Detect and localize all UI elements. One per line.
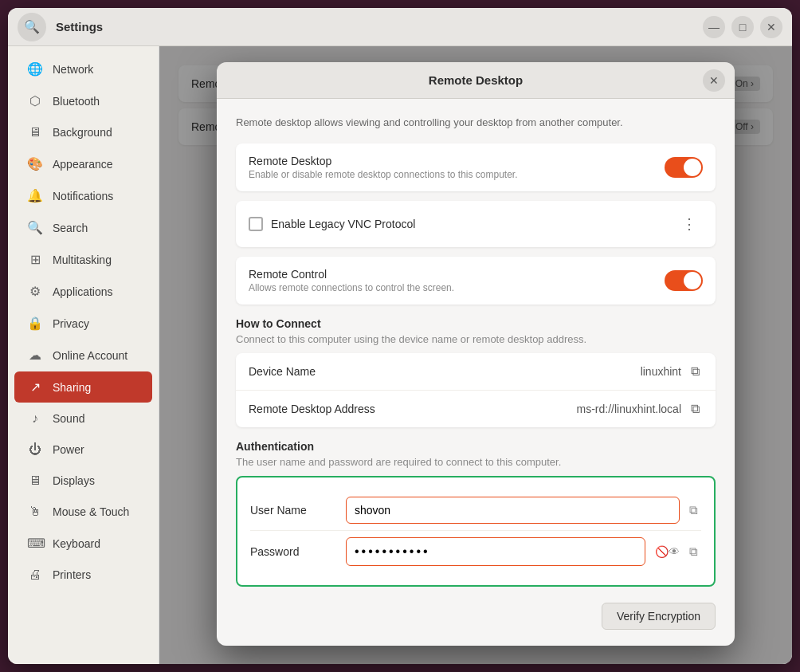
main-panel: Remote Desktop On › Remote Login Off › R…: [159, 46, 792, 664]
remote-control-sublabel: Allows remote connections to control the…: [249, 282, 665, 293]
remote-desktop-label-group: Remote Desktop Enable or disable remote …: [249, 155, 665, 180]
sidebar-item-mouse-touch[interactable]: 🖱 Mouse & Touch: [14, 497, 152, 527]
sidebar-item-appearance[interactable]: 🎨 Appearance: [14, 148, 152, 179]
sidebar-item-label: Displays: [53, 474, 95, 487]
search-icon: 🔍: [24, 19, 40, 34]
sidebar-item-notifications[interactable]: 🔔 Notifications: [14, 180, 152, 211]
sidebar-item-label: Appearance: [53, 158, 113, 171]
sound-icon: ♪: [27, 411, 43, 426]
sidebar-item-label: Privacy: [53, 317, 89, 330]
sidebar-item-label: Network: [53, 63, 93, 76]
minimize-button[interactable]: —: [703, 16, 725, 38]
remote-control-label: Remote Control: [249, 268, 665, 281]
remote-address-value: ms-rd://linuxhint.local: [577, 403, 682, 415]
authentication-desc: The user name and password are required …: [236, 456, 716, 468]
copy-password-button[interactable]: ⧉: [686, 541, 701, 562]
sidebar-item-search[interactable]: 🔍 Search: [14, 212, 152, 243]
how-to-connect-desc: Connect to this computer using the devic…: [236, 333, 716, 345]
modal-header: Remote Desktop ✕: [217, 62, 735, 99]
sidebar-item-privacy[interactable]: 🔒 Privacy: [14, 308, 152, 339]
remote-desktop-card: Remote Desktop Enable or disable remote …: [236, 143, 716, 191]
close-icon: ✕: [709, 74, 719, 87]
close-app-icon: ✕: [767, 21, 776, 33]
sidebar-item-printers[interactable]: 🖨 Printers: [14, 560, 152, 590]
close-app-button[interactable]: ✕: [760, 16, 782, 38]
vnc-label: Enable Legacy VNC Protocol: [271, 218, 415, 230]
mouse-icon: 🖱: [27, 505, 43, 519]
modal-title: Remote Desktop: [429, 73, 523, 87]
password-row: Password 🚫👁 ⧉: [250, 531, 701, 572]
device-name-key: Device Name: [249, 365, 641, 378]
sidebar-item-label: Online Account: [53, 349, 127, 362]
printers-icon: 🖨: [27, 568, 43, 582]
sidebar-item-background[interactable]: 🖥 Background: [14, 117, 152, 147]
maximize-button[interactable]: □: [731, 16, 754, 38]
authentication-heading: Authentication: [236, 440, 716, 453]
sidebar-item-label: Search: [53, 222, 88, 234]
device-name-row: Device Name linuxhint ⧉: [236, 353, 716, 391]
sidebar-item-sharing[interactable]: ↗ Sharing: [14, 371, 152, 403]
copy-address-icon: ⧉: [691, 402, 700, 415]
appearance-icon: 🎨: [27, 156, 43, 171]
sidebar-item-applications[interactable]: ⚙ Applications: [14, 276, 152, 307]
vnc-row: Enable Legacy VNC Protocol ⋮: [236, 201, 716, 247]
sidebar-item-label: Applications: [53, 285, 113, 298]
notifications-icon: 🔔: [27, 188, 43, 203]
verify-section: Verify Encryption: [236, 599, 716, 630]
sidebar-item-label: Keyboard: [53, 537, 100, 550]
vnc-menu-button[interactable]: ⋮: [676, 212, 703, 236]
sidebar-item-bluetooth[interactable]: ⬡ Bluetooth: [14, 85, 152, 116]
eye-slash-icon: 🚫👁: [655, 545, 680, 558]
sidebar-item-label: Printers: [53, 568, 91, 581]
background-icon: 🖥: [27, 125, 43, 140]
username-actions: ⧉: [686, 500, 701, 521]
search-nav-icon: 🔍: [27, 220, 43, 235]
password-input[interactable]: [346, 537, 645, 566]
sidebar-item-power[interactable]: ⏻ Power: [14, 434, 152, 465]
copy-remote-address-button[interactable]: ⧉: [688, 400, 703, 418]
online-account-icon: ☁: [27, 348, 43, 363]
applications-icon: ⚙: [27, 284, 43, 299]
sidebar-item-sound[interactable]: ♪ Sound: [14, 403, 152, 434]
verify-encryption-button[interactable]: Verify Encryption: [602, 603, 716, 630]
keyboard-icon: ⌨: [27, 536, 43, 551]
network-icon: 🌐: [27, 61, 43, 77]
sidebar-item-label: Sound: [53, 412, 84, 425]
remote-control-card: Remote Control Allows remote connections…: [236, 257, 716, 305]
minimize-icon: —: [708, 21, 720, 33]
search-button[interactable]: 🔍: [18, 13, 46, 41]
app-title: Settings: [56, 20, 103, 33]
sidebar-item-network[interactable]: 🌐 Network: [14, 53, 152, 84]
sidebar-item-label: Multitasking: [53, 253, 112, 266]
copy-username-button[interactable]: ⧉: [686, 500, 701, 521]
bluetooth-icon: ⬡: [27, 93, 43, 108]
window-controls: — □ ✕: [703, 16, 782, 38]
vnc-checkbox[interactable]: [249, 217, 263, 231]
copy-username-icon: ⧉: [689, 503, 698, 517]
modal-backdrop: Remote Desktop ✕ Remote desktop allows v…: [159, 46, 792, 664]
device-name-value: linuxhint: [641, 365, 681, 378]
sidebar-item-multitasking[interactable]: ⊞ Multitasking: [14, 244, 152, 275]
how-to-connect-heading: How to Connect: [236, 317, 716, 330]
modal-description: Remote desktop allows viewing and contro…: [236, 115, 716, 131]
password-actions: 🚫👁 ⧉: [652, 541, 701, 562]
power-icon: ⏻: [27, 442, 43, 457]
username-input[interactable]: [346, 497, 680, 524]
modal-close-button[interactable]: ✕: [703, 69, 725, 92]
password-label: Password: [250, 545, 346, 558]
copy-password-icon: ⧉: [689, 544, 698, 558]
show-password-button[interactable]: 🚫👁: [652, 541, 683, 562]
sidebar-item-label: Background: [53, 126, 112, 139]
sidebar-item-label: Mouse & Touch: [53, 505, 129, 518]
title-bar: 🔍 Settings — □ ✕: [8, 8, 792, 46]
remote-control-toggle[interactable]: [665, 270, 703, 291]
sidebar-item-keyboard[interactable]: ⌨ Keyboard: [14, 528, 152, 559]
sidebar-item-online-account[interactable]: ☁ Online Account: [14, 340, 152, 371]
sidebar-item-displays[interactable]: 🖥 Displays: [14, 466, 152, 496]
copy-device-name-button[interactable]: ⧉: [688, 363, 703, 380]
remote-desktop-toggle[interactable]: [665, 157, 703, 178]
sidebar-item-label: Power: [53, 443, 84, 456]
privacy-icon: 🔒: [27, 316, 43, 331]
connection-info-table: Device Name linuxhint ⧉ Remote Desktop A…: [236, 353, 716, 427]
vnc-checkbox-row: Enable Legacy VNC Protocol: [249, 217, 676, 231]
